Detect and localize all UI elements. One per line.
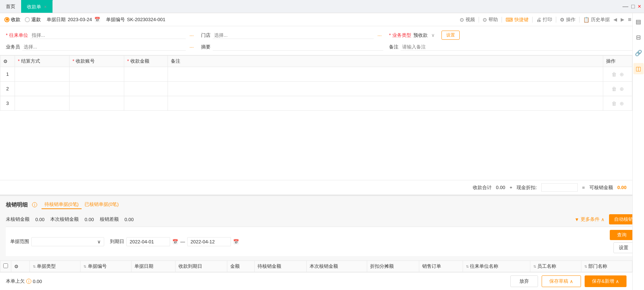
col-gear[interactable]: ⚙	[11, 261, 30, 272]
more-conditions-btn[interactable]: ▼ 更多条件 ∧	[574, 216, 605, 223]
date-end-cal-icon[interactable]: 📅	[233, 239, 239, 244]
sort-icon: ⇅	[33, 264, 36, 269]
radio-refund[interactable]: 退款	[25, 16, 41, 23]
help-icon: ⊙	[483, 17, 487, 23]
row2-remark[interactable]	[168, 82, 603, 96]
select-all-checkbox[interactable]	[3, 263, 8, 268]
toolbar-right: ⊙ 视频 ⊙ 帮助 ⌨ 快捷键 🖨 打印 ⚙ 操作	[460, 16, 640, 23]
shop-input[interactable]	[213, 32, 374, 39]
checkbox-col[interactable]	[0, 261, 11, 272]
date-dash: —	[180, 239, 185, 244]
salesman-more-icon[interactable]: ···	[188, 44, 195, 50]
date-end-input[interactable]	[187, 237, 231, 246]
summary-input[interactable]	[213, 43, 383, 51]
row3-amount[interactable]	[124, 96, 168, 111]
date-start-cal-icon[interactable]: 📅	[172, 239, 178, 244]
counterpart-label: 往来单位	[6, 32, 28, 39]
row1-copy-icon[interactable]: ⊕	[620, 71, 624, 77]
abandon-button[interactable]: 放弃	[510, 275, 538, 287]
sub-col-due-date: 收款到期日	[175, 261, 227, 272]
sidebar-icon-2[interactable]: ⊟	[636, 32, 641, 43]
print-btn[interactable]: 🖨 打印	[536, 16, 552, 23]
range-select[interactable]: ∨	[31, 237, 104, 246]
shortcut-label: 快捷键	[514, 16, 529, 23]
sort-icon3: ⇅	[466, 264, 469, 269]
radio-receipt[interactable]: 收款	[4, 16, 20, 23]
counterpart-input[interactable]	[30, 32, 186, 39]
shop-more-icon[interactable]: ···	[376, 32, 383, 38]
sub-table: ⚙ ⇅ 单据类型 ⇅ 单据编号 单据日期 收款到期日	[0, 260, 632, 272]
row1-account[interactable]	[70, 67, 124, 82]
row2-delete-icon[interactable]: 🗑	[612, 86, 617, 92]
current-verify-value: 0.00	[85, 217, 94, 222]
row2-account[interactable]	[70, 82, 124, 96]
tab-done[interactable]: 已核销单据(0笔)	[82, 200, 122, 209]
settings-button[interactable]: 设置	[441, 31, 460, 40]
sub-col-employee-label: 员工名称	[537, 263, 556, 269]
col-action-header: 操作	[603, 56, 632, 67]
discount-input[interactable]	[541, 183, 578, 192]
help-btn[interactable]: ⊙ 帮助	[483, 16, 498, 23]
divider2	[502, 17, 502, 23]
previous-label: 本单上欠	[6, 278, 25, 285]
row1-amount[interactable]	[124, 67, 168, 82]
receipt-table: ⚙ * 结算方式 * 收款账号 * 收款金额 备注	[0, 55, 632, 111]
date-field: 到期日 📅 — 📅	[110, 237, 239, 246]
sub-col-dept: ⇅ 部门名称	[581, 261, 632, 272]
query-button[interactable]: 查询	[610, 230, 634, 240]
sub-col-no-label: 单据编号	[88, 263, 107, 269]
row1-settle[interactable]	[15, 67, 70, 82]
bill-date-label: 单据日期	[47, 16, 66, 23]
row3-remark[interactable]	[168, 96, 603, 111]
row2-amount[interactable]	[124, 82, 168, 96]
row1-remark[interactable]	[168, 67, 603, 82]
window-maximize-icon[interactable]: □	[631, 3, 635, 10]
prev-icon[interactable]: ◀	[613, 17, 617, 22]
date-label: 到期日	[110, 238, 124, 245]
history-btn[interactable]: 📋 历史单据	[583, 16, 610, 23]
next-icon[interactable]: ▶	[621, 17, 624, 22]
sub-gear-icon[interactable]: ⚙	[14, 264, 19, 269]
col-account-header: * 收款账号	[70, 56, 124, 67]
row1-action: 🗑 ⊕	[603, 67, 632, 82]
row3-delete-icon[interactable]: 🗑	[612, 101, 617, 106]
layout-icon[interactable]: ≡	[628, 16, 631, 23]
sidebar-icon-3[interactable]: 🔗	[635, 47, 642, 59]
net-value: 0.00	[617, 185, 627, 190]
bottom-info-icon[interactable]: i	[26, 279, 31, 284]
row2-copy-icon[interactable]: ⊕	[620, 86, 624, 92]
row3-account[interactable]	[70, 96, 124, 111]
radio-refund-label: 退款	[31, 16, 41, 23]
sub-col-pending: 待核销金额	[255, 261, 307, 272]
verify-info-icon[interactable]: i	[32, 202, 37, 207]
video-btn[interactable]: ⊙ 视频	[460, 16, 475, 23]
operate-btn[interactable]: ⚙ 操作	[560, 16, 576, 23]
remark-input[interactable]	[401, 43, 638, 51]
settings-col-icon[interactable]: ⚙	[0, 56, 15, 67]
salesman-input[interactable]	[22, 43, 186, 51]
sidebar-icon-4[interactable]: ◫	[633, 63, 644, 74]
sort-icon5: ⇅	[584, 264, 587, 269]
filter-setting-button[interactable]: 设置	[613, 242, 634, 253]
counterpart-more-icon[interactable]: ···	[188, 32, 195, 38]
calendar-icon[interactable]: 📅	[94, 17, 100, 22]
data-table: ⚙ * 结算方式 * 收款账号 * 收款金额 备注	[0, 55, 632, 180]
tab-receipt[interactable]: 收款单 ×	[21, 0, 53, 13]
row3-copy-icon[interactable]: ⊕	[620, 101, 624, 106]
tab-pending[interactable]: 待核销单据(0笔)	[42, 200, 82, 209]
date-start-input[interactable]	[126, 237, 170, 246]
sidebar-icon-1[interactable]: ▤	[636, 16, 641, 27]
counterpart-field: 往来单位 ···	[6, 32, 195, 39]
row3-settle[interactable]	[15, 96, 70, 111]
business-type-chevron[interactable]: ∨	[431, 32, 435, 38]
tab-home[interactable]: 首页	[0, 0, 21, 13]
row2-settle[interactable]	[15, 82, 70, 96]
window-minimize-icon[interactable]: —	[623, 3, 628, 10]
row1-delete-icon[interactable]: 🗑	[612, 71, 617, 77]
save-new-button[interactable]: 保存&新增 ∧	[585, 275, 627, 287]
gear-icon[interactable]: ⚙	[3, 59, 8, 64]
window-close-icon[interactable]: ×	[638, 3, 641, 10]
save-draft-button[interactable]: 保存草稿 ∧	[542, 275, 581, 287]
shortcut-btn[interactable]: ⌨ 快捷键	[506, 16, 529, 23]
tab-close-icon[interactable]: ×	[44, 4, 47, 9]
